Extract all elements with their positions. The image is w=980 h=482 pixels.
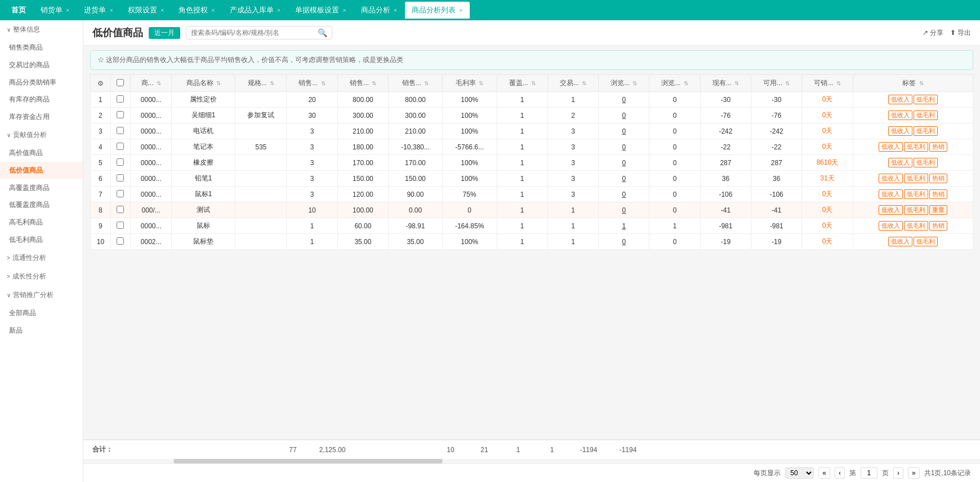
sidebar-item-new-products[interactable]: 新品	[0, 322, 83, 339]
row-checkbox[interactable]	[110, 155, 130, 171]
nav-product-analysis[interactable]: 商品分析×	[354, 2, 404, 19]
col-code[interactable]: 商... ⇅	[131, 75, 172, 92]
scrollbar-thumb[interactable]	[173, 459, 443, 463]
col-margin[interactable]: 毛利率 ⇅	[442, 75, 497, 92]
nav-home[interactable]: 首页	[5, 2, 33, 19]
row-checkbox-input[interactable]	[117, 222, 124, 229]
col-settings[interactable]: ⚙	[91, 75, 111, 92]
sidebar-item-all-products[interactable]: 全部商品	[0, 304, 83, 322]
sidebar-item-sales-products[interactable]: 销售类商品	[0, 39, 83, 56]
search-input[interactable]	[191, 29, 318, 37]
nav-product-analysis-list[interactable]: 商品分析列表×	[405, 2, 469, 19]
close-icon[interactable]: ×	[277, 7, 280, 14]
sidebar-item-stock-capital[interactable]: 库存资金占用	[0, 108, 83, 126]
sidebar-item-in-stock[interactable]: 有库存的商品	[0, 91, 83, 108]
nav-role[interactable]: 角色授权×	[172, 2, 221, 19]
col-view1[interactable]: 浏览... ⇅	[599, 75, 649, 92]
close-icon[interactable]: ×	[394, 7, 397, 14]
col-trade[interactable]: 交易... ⇅	[547, 75, 598, 92]
row-checkbox-input[interactable]	[117, 174, 124, 182]
close-icon[interactable]: ×	[211, 7, 215, 14]
next-page-btn[interactable]: ›	[893, 467, 903, 479]
row-checkbox[interactable]	[110, 218, 130, 234]
prev-page-btn[interactable]: ‹	[835, 467, 845, 479]
col-sale-profit[interactable]: 销售... ⇅	[389, 75, 443, 92]
page-size-select[interactable]: 50 100 200	[785, 467, 814, 479]
row-view1[interactable]: 0	[599, 139, 649, 155]
sidebar-item-high-coverage[interactable]: 高覆盖度商品	[0, 179, 83, 197]
nav-stock-in[interactable]: 产成品入库单×	[223, 2, 287, 19]
row-view1[interactable]: 0	[599, 202, 649, 218]
view1-link[interactable]: 0	[622, 112, 626, 120]
row-checkbox[interactable]	[110, 187, 130, 202]
row-checkbox[interactable]	[110, 202, 130, 218]
nav-sales[interactable]: 销货单×	[34, 2, 76, 19]
col-spec[interactable]: 规格... ⇅	[235, 75, 287, 92]
col-tags[interactable]: 标签 ⇅	[853, 75, 973, 92]
col-name[interactable]: 商品名称 ⇅	[172, 75, 235, 92]
row-checkbox[interactable]	[110, 108, 130, 123]
sidebar-group-contribution[interactable]: ∨ 贡献值分析	[0, 126, 83, 144]
col-sellable[interactable]: 可销... ⇅	[802, 75, 853, 92]
export-btn[interactable]: ⬆ 导出	[950, 28, 971, 38]
nav-permission[interactable]: 权限设置×	[121, 2, 171, 19]
sidebar-item-traded[interactable]: 交易过的商品	[0, 56, 83, 74]
view1-link[interactable]: 0	[622, 96, 626, 104]
sidebar-group-circulation[interactable]: > 流通性分析	[0, 249, 83, 267]
row-view1[interactable]: 0	[599, 187, 649, 202]
row-checkbox-input[interactable]	[117, 190, 124, 197]
view1-link[interactable]: 0	[622, 206, 626, 214]
col-view2[interactable]: 浏览... ⇅	[649, 75, 700, 92]
view1-link[interactable]: 0	[622, 127, 626, 135]
row-checkbox-input[interactable]	[117, 206, 124, 213]
first-page-btn[interactable]: «	[818, 467, 830, 479]
close-icon[interactable]: ×	[342, 7, 346, 14]
row-view1[interactable]: 0	[599, 171, 649, 187]
nav-template[interactable]: 单据模板设置×	[288, 2, 353, 19]
row-view1[interactable]: 0	[599, 234, 649, 250]
row-checkbox-input[interactable]	[117, 237, 124, 245]
col-sale-qty[interactable]: 销售... ⇅	[287, 75, 337, 92]
page-number-input[interactable]	[861, 467, 877, 479]
row-checkbox[interactable]	[110, 92, 130, 108]
sidebar-item-low-margin[interactable]: 低毛利商品	[0, 231, 83, 249]
view1-link[interactable]: 0	[622, 175, 626, 183]
row-view1[interactable]: 0	[599, 123, 649, 139]
view1-link[interactable]: 1	[622, 222, 626, 230]
col-current-stock[interactable]: 现有... ⇅	[700, 75, 751, 92]
row-checkbox[interactable]	[110, 123, 130, 139]
row-checkbox[interactable]	[110, 234, 130, 250]
col-coverage[interactable]: 覆盖... ⇅	[497, 75, 547, 92]
row-checkbox-input[interactable]	[117, 158, 124, 166]
view1-link[interactable]: 0	[622, 159, 626, 167]
view1-link[interactable]: 0	[622, 191, 626, 198]
row-view1[interactable]: 0	[599, 92, 649, 108]
last-page-btn[interactable]: »	[908, 467, 920, 479]
sidebar-group-overall[interactable]: ∨ 整体信息	[0, 20, 83, 39]
close-icon[interactable]: ×	[161, 7, 164, 14]
sidebar-item-low-value[interactable]: 低价值商品	[0, 162, 83, 179]
col-available[interactable]: 可用... ⇅	[751, 75, 802, 92]
nav-purchase[interactable]: 进货单×	[77, 2, 119, 19]
close-icon[interactable]: ×	[66, 7, 69, 14]
share-btn[interactable]: ↗ 分享	[923, 28, 943, 38]
row-view1[interactable]: 1	[599, 218, 649, 234]
col-sale-amount[interactable]: 销售... ⇅	[337, 75, 388, 92]
sidebar-item-high-margin[interactable]: 高毛利商品	[0, 214, 83, 231]
close-icon[interactable]: ×	[459, 7, 462, 14]
horizontal-scrollbar[interactable]	[83, 459, 980, 463]
sidebar-item-category-rate[interactable]: 商品分类助销率	[0, 74, 83, 91]
close-icon[interactable]: ×	[109, 7, 113, 14]
row-checkbox-input[interactable]	[117, 111, 124, 118]
row-checkbox[interactable]	[110, 171, 130, 187]
sidebar-item-high-value[interactable]: 高价值商品	[0, 144, 83, 162]
row-checkbox-input[interactable]	[117, 95, 124, 103]
row-view1[interactable]: 0	[599, 108, 649, 123]
row-checkbox-input[interactable]	[117, 143, 124, 150]
view1-link[interactable]: 0	[622, 238, 626, 246]
search-icon[interactable]: 🔍	[318, 28, 327, 37]
sidebar-group-marketing[interactable]: ∨ 营销推广分析	[0, 286, 83, 304]
row-view1[interactable]: 0	[599, 155, 649, 171]
row-checkbox[interactable]	[110, 139, 130, 155]
sidebar-item-low-coverage[interactable]: 低覆盖度商品	[0, 196, 83, 214]
